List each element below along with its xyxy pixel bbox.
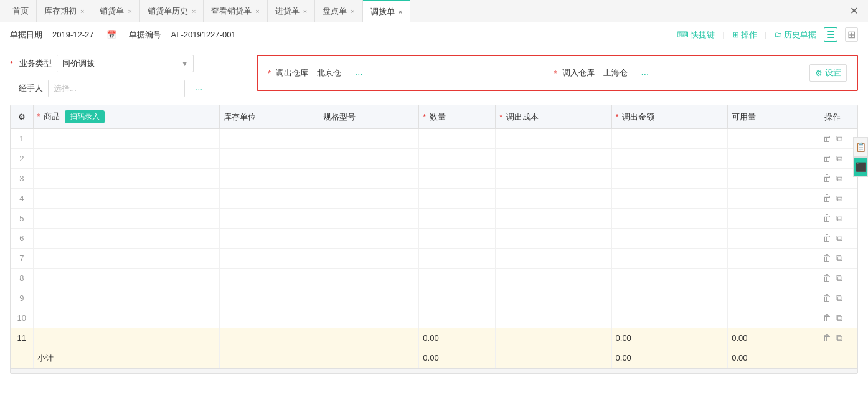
warehouse-out-more-icon[interactable]: ··· bbox=[355, 68, 363, 79]
tab-stocktake[interactable]: 盘点单 × bbox=[315, 0, 362, 22]
settings-button[interactable]: ⚙ 设置 bbox=[809, 64, 847, 82]
tab-close-purchase[interactable]: × bbox=[303, 7, 307, 15]
scan-input-btn[interactable]: 扫码录入 bbox=[65, 110, 105, 123]
cell-unit[interactable] bbox=[219, 169, 319, 189]
cell-amount[interactable] bbox=[611, 269, 728, 288]
horizontal-scrollbar[interactable] bbox=[11, 368, 857, 373]
view-toggle-list[interactable]: ☰ bbox=[824, 27, 837, 42]
cell-product[interactable] bbox=[33, 149, 219, 169]
cell-spec[interactable] bbox=[319, 129, 419, 149]
copy-icon[interactable]: ⧉ bbox=[836, 213, 842, 223]
delete-icon[interactable]: 🗑 bbox=[823, 253, 831, 263]
cell-cost[interactable] bbox=[495, 189, 611, 209]
cell-unit[interactable] bbox=[219, 308, 319, 328]
warehouse-out-value[interactable]: 北京仓 bbox=[317, 67, 341, 79]
delete-icon[interactable]: 🗑 bbox=[823, 213, 831, 223]
cell-spec[interactable] bbox=[319, 249, 419, 269]
warehouse-in-more-icon[interactable]: ··· bbox=[641, 68, 649, 79]
panel-doc-icon[interactable]: 📋 bbox=[853, 137, 868, 157]
delete-icon[interactable]: 🗑 bbox=[823, 153, 831, 163]
cell-cost[interactable] bbox=[495, 308, 611, 328]
tab-close-view-sales[interactable]: × bbox=[255, 7, 259, 15]
cell-cost[interactable] bbox=[495, 229, 611, 249]
cell-amount[interactable] bbox=[611, 288, 728, 308]
cell-unit[interactable] bbox=[219, 189, 319, 209]
delete-icon[interactable]: 🗑 bbox=[823, 233, 831, 243]
cell-spec[interactable] bbox=[319, 189, 419, 209]
cell-spec[interactable] bbox=[319, 169, 419, 189]
cell-spec[interactable] bbox=[319, 308, 419, 328]
delete-icon[interactable]: 🗑 bbox=[823, 273, 831, 283]
business-type-select[interactable]: 同价调拨 ▼ bbox=[57, 55, 194, 72]
cell-product[interactable] bbox=[33, 189, 219, 209]
copy-icon[interactable]: ⧉ bbox=[836, 293, 842, 303]
cell-qty[interactable] bbox=[419, 169, 496, 189]
view-toggle-grid[interactable]: ⊞ bbox=[845, 27, 858, 42]
cell-product[interactable] bbox=[33, 308, 219, 328]
copy-icon[interactable]: ⧉ bbox=[836, 253, 842, 263]
cell-spec[interactable] bbox=[319, 229, 419, 249]
cell-amount[interactable] bbox=[611, 149, 728, 169]
tab-close-sales[interactable]: × bbox=[128, 7, 131, 15]
cell-spec[interactable] bbox=[319, 149, 419, 169]
cell-amount[interactable] bbox=[611, 189, 728, 209]
cell-qty[interactable] bbox=[419, 308, 496, 328]
delete-icon[interactable]: 🗑 bbox=[823, 313, 831, 323]
operation-btn[interactable]: ⊞ 操作 bbox=[732, 29, 757, 40]
handler-more-icon[interactable]: ··· bbox=[195, 83, 203, 94]
tab-sales[interactable]: 销货单 × bbox=[92, 0, 139, 22]
cell-amount[interactable] bbox=[611, 169, 728, 189]
delete-icon[interactable]: 🗑 bbox=[823, 293, 831, 303]
delete-icon[interactable]: 🗑 bbox=[823, 333, 831, 343]
history-btn[interactable]: 🗂 历史单据 bbox=[774, 29, 816, 40]
cell-cost[interactable] bbox=[495, 269, 611, 288]
cell-product[interactable] bbox=[33, 288, 219, 308]
cell-amount[interactable] bbox=[611, 229, 728, 249]
cell-unit[interactable] bbox=[219, 269, 319, 288]
cell-amount[interactable] bbox=[611, 129, 728, 149]
tab-close-sales-history[interactable]: × bbox=[192, 7, 196, 15]
copy-icon[interactable]: ⧉ bbox=[836, 173, 842, 183]
shortcut-btn[interactable]: ⌨ 快捷键 bbox=[677, 29, 715, 40]
cell-product[interactable] bbox=[33, 169, 219, 189]
cell-amount[interactable] bbox=[611, 308, 728, 328]
cell-unit[interactable] bbox=[219, 209, 319, 229]
tab-bar-close-all[interactable]: ✕ bbox=[845, 5, 863, 17]
cell-unit[interactable] bbox=[219, 149, 319, 169]
cell-cost[interactable] bbox=[495, 149, 611, 169]
tab-transfer[interactable]: 调拨单 × bbox=[363, 0, 410, 22]
cell-qty[interactable] bbox=[419, 129, 496, 149]
copy-icon[interactable]: ⧉ bbox=[836, 133, 842, 143]
copy-icon[interactable]: ⧉ bbox=[836, 193, 842, 203]
cell-product[interactable] bbox=[33, 229, 219, 249]
cell-qty[interactable] bbox=[419, 149, 496, 169]
tab-home[interactable]: 首页 bbox=[5, 0, 37, 22]
cell-qty[interactable] bbox=[419, 249, 496, 269]
cell-cost[interactable] bbox=[495, 209, 611, 229]
cell-cost[interactable] bbox=[495, 249, 611, 269]
cell-cost[interactable] bbox=[495, 129, 611, 149]
cell-unit[interactable] bbox=[219, 129, 319, 149]
cell-amount[interactable] bbox=[611, 249, 728, 269]
col-header-settings[interactable]: ⚙ bbox=[11, 105, 33, 129]
tab-sales-history[interactable]: 销货单历史 × bbox=[140, 0, 204, 22]
cell-amount[interactable] bbox=[611, 209, 728, 229]
cell-cost[interactable] bbox=[495, 288, 611, 308]
cell-qty[interactable] bbox=[419, 269, 496, 288]
copy-icon[interactable]: ⧉ bbox=[836, 273, 842, 283]
handler-input[interactable]: 选择... bbox=[48, 80, 185, 97]
cell-product[interactable] bbox=[33, 209, 219, 229]
tab-purchase[interactable]: 进货单 × bbox=[268, 0, 315, 22]
cell-spec[interactable] bbox=[319, 209, 419, 229]
tab-view-sales[interactable]: 查看销货单 × bbox=[204, 0, 267, 22]
cell-unit[interactable] bbox=[219, 288, 319, 308]
tab-close-inventory-init[interactable]: × bbox=[80, 7, 84, 15]
tab-inventory-init[interactable]: 库存期初 × bbox=[37, 0, 92, 22]
copy-icon[interactable]: ⧉ bbox=[836, 313, 842, 323]
cell-unit[interactable] bbox=[219, 249, 319, 269]
copy-icon[interactable]: ⧉ bbox=[836, 233, 842, 243]
cell-product[interactable] bbox=[33, 269, 219, 288]
copy-icon[interactable]: ⧉ bbox=[836, 153, 842, 163]
cell-spec[interactable] bbox=[319, 269, 419, 288]
cell-qty[interactable] bbox=[419, 189, 496, 209]
